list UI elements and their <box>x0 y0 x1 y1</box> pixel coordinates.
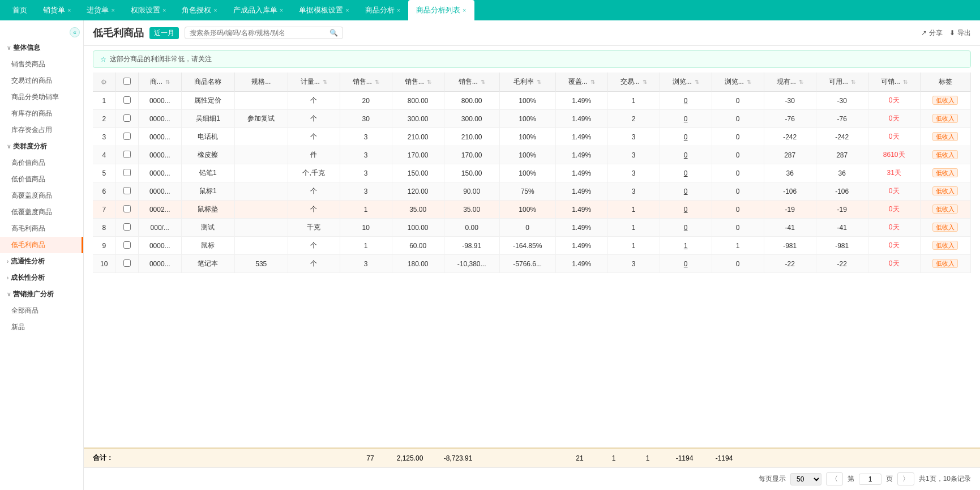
prev-page-button[interactable]: 〈 <box>826 472 843 485</box>
sidebar-item-高覆盖度商品[interactable]: 高覆盖度商品 <box>0 188 83 204</box>
sidebar-item-低毛利商品[interactable]: 低毛利商品 <box>0 237 83 253</box>
nav-item-商品分析列表[interactable]: 商品分析列表× <box>408 0 474 20</box>
cell-browse1[interactable]: 0 <box>660 201 712 219</box>
sidebar-group-4[interactable]: ∨营销推广分析 <box>0 286 83 302</box>
row-checkbox[interactable] <box>123 241 131 249</box>
nav-close-icon[interactable]: × <box>397 7 400 14</box>
cell-browse1[interactable]: 0 <box>660 164 712 182</box>
cell-code: 000/... <box>138 219 181 237</box>
col-header-tag[interactable]: 标签 <box>920 73 970 92</box>
cell-browse1[interactable]: 0 <box>660 110 712 128</box>
sidebar-item-有库存的商品[interactable]: 有库存的商品 <box>0 105 83 122</box>
col-header-checkbox[interactable] <box>115 73 138 92</box>
nav-close-icon[interactable]: × <box>162 7 166 14</box>
export-button[interactable]: ⬇ 导出 <box>949 28 971 38</box>
nav-close-icon[interactable]: × <box>67 7 71 14</box>
search-icon[interactable]: 🔍 <box>329 29 338 37</box>
date-badge[interactable]: 近一月 <box>149 27 179 39</box>
row-checkbox[interactable] <box>123 187 131 194</box>
col-header-browse2[interactable]: 浏览... ⇅ <box>712 73 764 92</box>
row-checkbox[interactable] <box>123 151 131 158</box>
cell-browse1[interactable]: 0 <box>660 92 712 110</box>
col-header-coverage[interactable]: 覆盖... ⇅ <box>555 73 607 92</box>
page-size-select[interactable]: 50 100 200 <box>790 473 821 485</box>
cell-stock_current: -106 <box>764 182 816 201</box>
col-header-stock_available[interactable]: 可用... ⇅ <box>816 73 868 92</box>
cell-browse1[interactable]: 0 <box>660 146 712 164</box>
col-header-transaction[interactable]: 交易... ⇅ <box>607 73 660 92</box>
nav-item-角色授权[interactable]: 角色授权× <box>174 0 225 20</box>
nav-item-销货单[interactable]: 销货单× <box>35 0 79 20</box>
cell-browse1[interactable]: 0 <box>660 182 712 201</box>
page-number-input[interactable] <box>859 474 881 485</box>
col-header-code[interactable]: 商... ⇅ <box>138 73 181 92</box>
cell-sales_price: 120.00 <box>392 182 444 201</box>
col-header-sales_amount[interactable]: 销售... ⇅ <box>444 73 499 92</box>
sidebar-item-销售类商品[interactable]: 销售类商品 <box>0 56 83 73</box>
sidebar-item-新品[interactable]: 新品 <box>0 319 83 335</box>
col-header-sales_price[interactable]: 销售... ⇅ <box>392 73 444 92</box>
row-checkbox[interactable] <box>123 205 131 212</box>
sidebar-item-商品分类助销率[interactable]: 商品分类助销率 <box>0 89 83 105</box>
nav-item-商品分析[interactable]: 商品分析× <box>357 0 408 20</box>
cell-coverage: 1.49% <box>555 110 607 128</box>
cell-browse1[interactable]: 0 <box>660 128 712 146</box>
cell-sales_qty: 3 <box>340 182 392 201</box>
nav-item-进货单[interactable]: 进货单× <box>79 0 122 20</box>
select-all-checkbox[interactable] <box>123 78 131 85</box>
cell-browse1[interactable]: 1 <box>660 237 712 255</box>
row-checkbox[interactable] <box>123 169 131 176</box>
row-checkbox[interactable] <box>123 259 131 267</box>
sidebar-group-3[interactable]: ›成长性分析 <box>0 270 83 286</box>
sidebar-item-低价值商品[interactable]: 低价值商品 <box>0 171 83 188</box>
row-checkbox[interactable] <box>123 133 131 140</box>
cell-browse1[interactable]: 0 <box>660 219 712 237</box>
cell-gross_rate: 100% <box>499 92 555 110</box>
nav-item-首页[interactable]: 首页 <box>5 0 35 20</box>
col-header-gross_rate[interactable]: 毛利率 ⇅ <box>499 73 555 92</box>
col-header-name[interactable]: 商品名称 <box>181 73 234 92</box>
sidebar-item-高毛利商品[interactable]: 高毛利商品 <box>0 220 83 237</box>
nav-item-权限设置[interactable]: 权限设置× <box>123 0 174 20</box>
nav-close-icon[interactable]: × <box>463 7 466 14</box>
row-checkbox[interactable] <box>123 223 131 231</box>
col-header-unit[interactable]: 计量... ⇅ <box>288 73 340 92</box>
col-header-settings[interactable]: ⚙ <box>93 73 115 92</box>
nav-close-icon[interactable]: × <box>345 7 349 14</box>
sidebar-group-2[interactable]: ›流通性分析 <box>0 253 83 270</box>
cell-browse1[interactable]: 0 <box>660 255 712 273</box>
settings-icon[interactable]: ⚙ <box>101 78 107 86</box>
cell-code: 0000... <box>138 128 181 146</box>
sidebar-item-交易过的商品[interactable]: 交易过的商品 <box>0 73 83 89</box>
nav-item-单据模板设置[interactable]: 单据模板设置× <box>291 0 357 20</box>
sidebar-collapse-button[interactable]: « <box>70 27 80 37</box>
cell-sales_amount: 90.00 <box>444 182 499 201</box>
cell-stock_current: 287 <box>764 146 816 164</box>
nav-close-icon[interactable]: × <box>213 7 217 14</box>
sidebar-item-低覆盖度商品[interactable]: 低覆盖度商品 <box>0 204 83 220</box>
sidebar-group-0[interactable]: ∨整体信息 <box>0 40 83 56</box>
table-row: 70002...鼠标垫个135.0035.00100%1.49%100-19-1… <box>93 201 971 219</box>
col-header-sales_qty[interactable]: 销售... ⇅ <box>340 73 392 92</box>
group-label: 类群度分析 <box>13 142 47 151</box>
row-checkbox[interactable] <box>123 96 131 104</box>
sidebar-group-1[interactable]: ∨类群度分析 <box>0 138 83 155</box>
col-header-browse1[interactable]: 浏览... ⇅ <box>660 73 712 92</box>
col-header-stock_current[interactable]: 现有... ⇅ <box>764 73 816 92</box>
search-input[interactable] <box>190 29 326 37</box>
row-checkbox[interactable] <box>123 114 131 122</box>
col-header-stock_saleable[interactable]: 可销... ⇅ <box>868 73 920 92</box>
sort-icon-coverage: ⇅ <box>589 79 595 85</box>
sidebar-item-全部商品[interactable]: 全部商品 <box>0 302 83 319</box>
sidebar-item-库存资金占用[interactable]: 库存资金占用 <box>0 122 83 138</box>
nav-close-icon[interactable]: × <box>111 7 114 14</box>
next-page-button[interactable]: 〉 <box>897 472 914 485</box>
nav-close-icon[interactable]: × <box>280 7 283 14</box>
cell-browse2: 0 <box>712 182 764 201</box>
sidebar-item-高价值商品[interactable]: 高价值商品 <box>0 155 83 171</box>
group-collapse-icon: ∨ <box>7 45 11 51</box>
data-table: ⚙商... ⇅商品名称规格...计量... ⇅销售... ⇅销售... ⇅销售.… <box>93 73 971 273</box>
col-header-spec[interactable]: 规格... <box>234 73 288 92</box>
share-button[interactable]: ↗ 分享 <box>921 28 943 38</box>
nav-item-产成品入库单[interactable]: 产成品入库单× <box>225 0 291 20</box>
